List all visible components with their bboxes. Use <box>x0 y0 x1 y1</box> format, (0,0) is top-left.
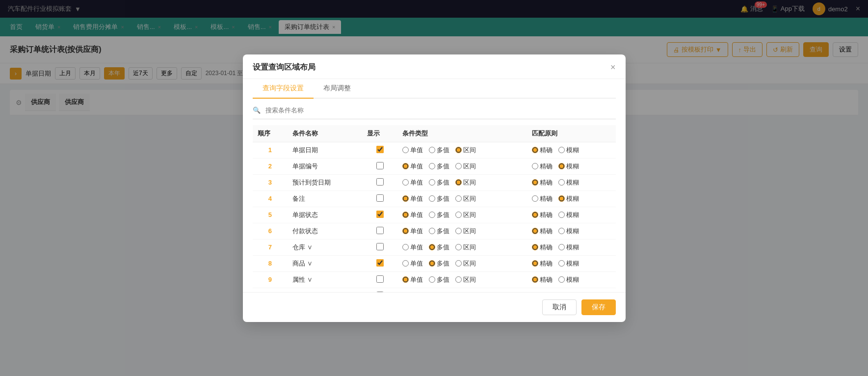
type-multi-label[interactable]: 多值 <box>429 275 449 281</box>
type-multi-label[interactable]: 多值 <box>429 178 449 187</box>
match-fuzzy-label[interactable]: 模糊 <box>558 178 579 187</box>
type-single-radio[interactable] <box>402 147 409 153</box>
type-range-radio[interactable] <box>455 147 462 153</box>
type-single-radio[interactable] <box>402 244 409 250</box>
display-checkbox[interactable] <box>376 146 384 153</box>
match-exact-label[interactable]: 精确 <box>532 162 552 171</box>
search-input[interactable] <box>263 105 370 116</box>
match-fuzzy-radio[interactable] <box>558 163 565 169</box>
match-fuzzy-label[interactable]: 模糊 <box>558 227 579 236</box>
type-single-radio[interactable] <box>402 212 409 218</box>
display-checkbox[interactable] <box>376 194 384 202</box>
match-exact-label[interactable]: 精确 <box>532 259 552 268</box>
match-exact-radio[interactable] <box>532 147 538 153</box>
type-range-radio[interactable] <box>455 244 462 250</box>
type-multi-radio[interactable] <box>429 276 435 280</box>
match-exact-radio[interactable] <box>532 179 538 186</box>
tab-query-field[interactable]: 查询字段设置 <box>253 79 314 99</box>
type-range-radio[interactable] <box>455 195 462 202</box>
match-exact-label[interactable]: 精确 <box>532 275 552 281</box>
type-multi-radio[interactable] <box>429 228 435 234</box>
match-fuzzy-label[interactable]: 模糊 <box>558 211 579 219</box>
type-single-label[interactable]: 单值 <box>402 146 423 155</box>
type-single-label[interactable]: 单值 <box>402 194 423 203</box>
type-single-label[interactable]: 单值 <box>402 227 423 236</box>
type-multi-label[interactable]: 多值 <box>429 259 449 268</box>
type-multi-radio[interactable] <box>429 195 435 202</box>
type-range-radio[interactable] <box>455 212 462 218</box>
type-multi-label[interactable]: 多值 <box>429 194 449 203</box>
match-fuzzy-label[interactable]: 模糊 <box>558 146 579 155</box>
type-multi-radio[interactable] <box>429 147 435 153</box>
type-multi-label[interactable]: 多值 <box>429 211 449 219</box>
dialog-close-button[interactable]: × <box>610 63 616 72</box>
match-exact-radio[interactable] <box>532 244 538 250</box>
type-single-label[interactable]: 单值 <box>402 275 423 281</box>
match-fuzzy-label[interactable]: 模糊 <box>558 275 579 281</box>
match-exact-label[interactable]: 精确 <box>532 211 552 219</box>
type-multi-label[interactable]: 多值 <box>429 162 449 171</box>
match-exact-radio[interactable] <box>532 212 538 218</box>
display-checkbox[interactable] <box>376 227 384 234</box>
type-single-label[interactable]: 单值 <box>402 259 423 268</box>
match-exact-radio[interactable] <box>532 228 538 234</box>
match-exact-radio[interactable] <box>532 163 538 169</box>
match-fuzzy-label[interactable]: 模糊 <box>558 194 579 203</box>
match-exact-label[interactable]: 精确 <box>532 194 552 203</box>
match-fuzzy-label[interactable]: 模糊 <box>558 162 579 171</box>
type-range-label[interactable]: 区间 <box>455 162 476 171</box>
display-checkbox[interactable] <box>376 211 384 218</box>
type-range-label[interactable]: 区间 <box>455 194 476 203</box>
type-range-label[interactable]: 区间 <box>455 259 476 268</box>
match-fuzzy-radio[interactable] <box>558 147 565 153</box>
type-single-radio[interactable] <box>402 260 409 267</box>
type-range-radio[interactable] <box>455 260 462 267</box>
match-exact-label[interactable]: 精确 <box>532 146 552 155</box>
type-range-label[interactable]: 区间 <box>455 275 476 281</box>
type-range-radio[interactable] <box>455 228 462 234</box>
match-fuzzy-radio[interactable] <box>558 179 565 186</box>
type-single-radio[interactable] <box>402 228 409 234</box>
type-multi-radio[interactable] <box>429 244 435 250</box>
type-range-radio[interactable] <box>455 179 462 186</box>
match-fuzzy-radio[interactable] <box>558 260 565 267</box>
type-multi-radio[interactable] <box>429 212 435 218</box>
match-fuzzy-radio[interactable] <box>558 228 565 234</box>
match-fuzzy-radio[interactable] <box>558 276 565 280</box>
type-range-label[interactable]: 区间 <box>455 227 476 236</box>
type-single-radio[interactable] <box>402 276 409 280</box>
match-exact-radio[interactable] <box>532 276 538 280</box>
type-single-radio[interactable] <box>402 163 409 169</box>
type-multi-label[interactable]: 多值 <box>429 146 449 155</box>
type-single-radio[interactable] <box>402 195 409 202</box>
match-fuzzy-label[interactable]: 模糊 <box>558 259 579 268</box>
display-checkbox[interactable] <box>376 259 384 267</box>
type-range-radio[interactable] <box>455 163 462 169</box>
type-single-radio[interactable] <box>402 179 409 186</box>
match-exact-radio[interactable] <box>532 260 538 267</box>
tab-layout[interactable]: 布局调整 <box>314 79 361 99</box>
display-checkbox[interactable] <box>376 162 384 169</box>
type-multi-label[interactable]: 多值 <box>429 227 449 236</box>
display-checkbox[interactable] <box>376 243 384 250</box>
match-fuzzy-radio[interactable] <box>558 195 565 202</box>
type-range-label[interactable]: 区间 <box>455 146 476 155</box>
match-exact-label[interactable]: 精确 <box>532 178 552 187</box>
type-multi-radio[interactable] <box>429 179 435 186</box>
match-exact-radio[interactable] <box>532 195 538 202</box>
display-checkbox[interactable] <box>376 275 384 281</box>
match-fuzzy-label[interactable]: 模糊 <box>558 243 579 252</box>
match-fuzzy-radio[interactable] <box>558 244 565 250</box>
type-multi-radio[interactable] <box>429 260 435 267</box>
type-range-label[interactable]: 区间 <box>455 243 476 252</box>
display-checkbox[interactable] <box>376 178 384 186</box>
type-single-label[interactable]: 单值 <box>402 243 423 252</box>
type-single-label[interactable]: 单值 <box>402 162 423 171</box>
type-range-label[interactable]: 区间 <box>455 178 476 187</box>
type-single-label[interactable]: 单值 <box>402 211 423 219</box>
type-multi-radio[interactable] <box>429 163 435 169</box>
type-range-radio[interactable] <box>455 276 462 280</box>
type-single-label[interactable]: 单值 <box>402 178 423 187</box>
type-range-label[interactable]: 区间 <box>455 211 476 219</box>
match-fuzzy-radio[interactable] <box>558 212 565 218</box>
